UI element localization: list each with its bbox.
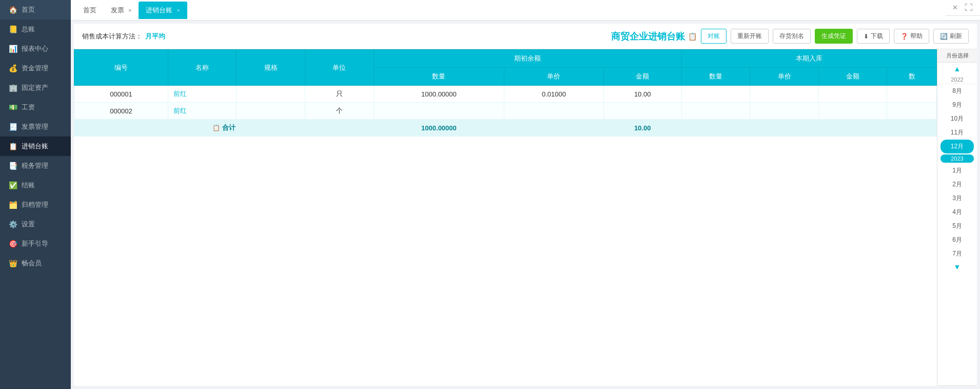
cell-id: 000002 [74,103,168,120]
tab-invoice[interactable]: 发票× [104,2,139,19]
sidebar-icon-vip: 👑 [8,259,17,267]
tab-home[interactable]: 首页 [76,2,104,19]
table-total-row: 📋 合计 1000.00000 10.00 [74,120,937,137]
table-row: 000001 前红 只 1000.00000 0.01000 10.00 [74,86,937,103]
cell-name: 前红 [168,103,237,120]
sidebar-item-guide[interactable]: 🎯新手引导 [0,234,71,254]
month-item-2023-1月[interactable]: 1月 [937,164,977,178]
sidebar-icon-salary: 💵 [8,103,17,111]
reopen-button[interactable]: 重新开账 [731,29,769,44]
help-icon: ❓ [900,33,908,40]
th-id: 编号 [74,50,168,86]
month-picker-header: 月份选择 [937,49,977,63]
title-icon: 📋 [688,32,697,41]
save-alias-button[interactable]: 存货别名 [773,29,811,44]
generate-voucher-button[interactable]: 生成凭证 [815,29,853,44]
cell-in-price [750,103,819,120]
month-picker: 月份选择 ▲ 2022 8月9月10月11月12月 2023 1月2月3月4月5… [937,49,977,386]
sidebar-label-guide: 新手引导 [22,239,48,248]
duizhang-button[interactable]: 对账 [701,29,727,44]
sidebar-item-vip[interactable]: 👑畅会员 [0,254,71,273]
cell-init-price [504,103,603,120]
th-in-qty: 数量 [681,68,750,86]
cell-init-amount: 10.00 [603,86,681,103]
sidebar-item-tax[interactable]: 📑税务管理 [0,156,71,176]
sidebar-item-settings[interactable]: ⚙️设置 [0,215,71,234]
month-item-2022-8月[interactable]: 8月 [937,84,977,98]
th-init-price: 单价 [504,68,603,86]
month-item-2022-12月[interactable]: 12月 [940,140,974,153]
download-icon: ⬇ [864,33,869,40]
tab-close-tab-purchase-sale[interactable]: × [177,7,180,13]
cell-unit: 只 [305,86,374,103]
cell-init-qty: 1000.00000 [374,86,504,103]
total-in-qty [681,120,750,137]
table-row: 000002 前红 个 [74,103,937,120]
sidebar-label-close: 结账 [22,181,35,190]
month-item-2023-6月[interactable]: 6月 [937,233,977,247]
total-in-extra [887,120,937,137]
sidebar-label-report: 报表中心 [22,44,48,53]
download-button[interactable]: ⬇ 下载 [857,29,890,44]
month-item-2023-5月[interactable]: 5月 [937,219,977,233]
cell-in-qty [681,86,750,103]
cell-init-price: 0.01000 [504,86,603,103]
sidebar-label-archive: 归档管理 [22,200,48,209]
minimize-button[interactable]: × [951,3,959,12]
maximize-button[interactable]: ⛶ [963,3,975,12]
cell-in-price [750,86,819,103]
sidebar-label-purchase-sale: 进销台账 [22,142,48,151]
sidebar-label-settings: 设置 [22,220,35,229]
month-item-2023-4月[interactable]: 4月 [937,205,977,219]
month-item-2023-2月[interactable]: 2月 [937,178,977,191]
sidebar-label-home: 首页 [22,5,35,14]
total-in-price [750,120,819,137]
sidebar-label-fund: 资金管理 [22,64,48,73]
tab-close-tab-invoice[interactable]: × [128,7,131,13]
total-in-amount [818,120,887,137]
sidebar-item-fund[interactable]: 💰资金管理 [0,59,71,78]
sidebar-label-ledger: 总账 [22,25,35,34]
sidebar-item-ledger[interactable]: 📒总账 [0,20,71,39]
month-item-2022-11月[interactable]: 11月 [937,126,977,140]
cell-id: 000001 [74,86,168,103]
sidebar-label-vip: 畅会员 [22,259,42,268]
sidebar-item-close[interactable]: ✅结账 [0,176,71,195]
main-table: 编号 名称 规格 单位 期初余额 本期入库 数量 单价 金额 数量 [74,49,937,137]
sidebar-icon-close: ✅ [8,181,17,189]
sidebar-icon-invoice: 🧾 [8,123,17,131]
sidebar-icon-purchase-sale: 📋 [8,142,17,150]
sidebar-item-purchase-sale[interactable]: 📋进销台账 [0,137,71,156]
sidebar: 🏠首页📒总账📊报表中心💰资金管理🏢固定资产💵工资🧾发票管理📋进销台账📑税务管理✅… [0,0,71,389]
month-item-2023-7月[interactable]: 7月 [937,247,977,261]
cell-name: 前红 [168,86,237,103]
cell-unit: 个 [305,103,374,120]
refresh-button[interactable]: 🔄 刷新 [933,29,969,44]
table-wrap[interactable]: 编号 名称 规格 单位 期初余额 本期入库 数量 单价 金额 数量 [74,49,937,386]
sidebar-item-salary[interactable]: 💵工资 [0,98,71,117]
cell-in-amount [818,86,887,103]
toolbar: 销售成本计算方法： 月平均 商贸企业进销台账 📋 对账 重新开账 存货别名 生成… [74,24,977,49]
help-button[interactable]: ❓ 帮助 [894,29,929,44]
sidebar-item-asset[interactable]: 🏢固定资产 [0,78,71,98]
sidebar-icon-tax: 📑 [8,162,17,170]
sidebar-item-report[interactable]: 📊报表中心 [0,39,71,59]
page-title-area: 商贸企业进销台账 📋 [611,30,697,43]
month-item-2023-3月[interactable]: 3月 [937,191,977,205]
window-controls: × ⛶ [946,0,980,16]
total-init-amount: 10.00 [603,120,681,137]
th-in-amount: 金额 [818,68,887,86]
th-init-amount: 金额 [603,68,681,86]
sidebar-item-home[interactable]: 🏠首页 [0,0,71,20]
month-item-2022-10月[interactable]: 10月 [937,112,977,126]
month-nav-down[interactable]: ▼ [937,261,977,273]
cell-init-qty [374,103,504,120]
th-period-init: 期初余额 [374,50,681,68]
toolbar-left: 销售成本计算方法： 月平均 [82,32,607,41]
sidebar-item-invoice[interactable]: 🧾发票管理 [0,117,71,137]
month-item-2022-9月[interactable]: 9月 [937,98,977,112]
month-nav-up[interactable]: ▲ [937,63,977,75]
cell-init-amount [603,103,681,120]
tab-purchase-sale[interactable]: 进销台账× [139,2,187,19]
sidebar-item-archive[interactable]: 🗂️归档管理 [0,195,71,215]
